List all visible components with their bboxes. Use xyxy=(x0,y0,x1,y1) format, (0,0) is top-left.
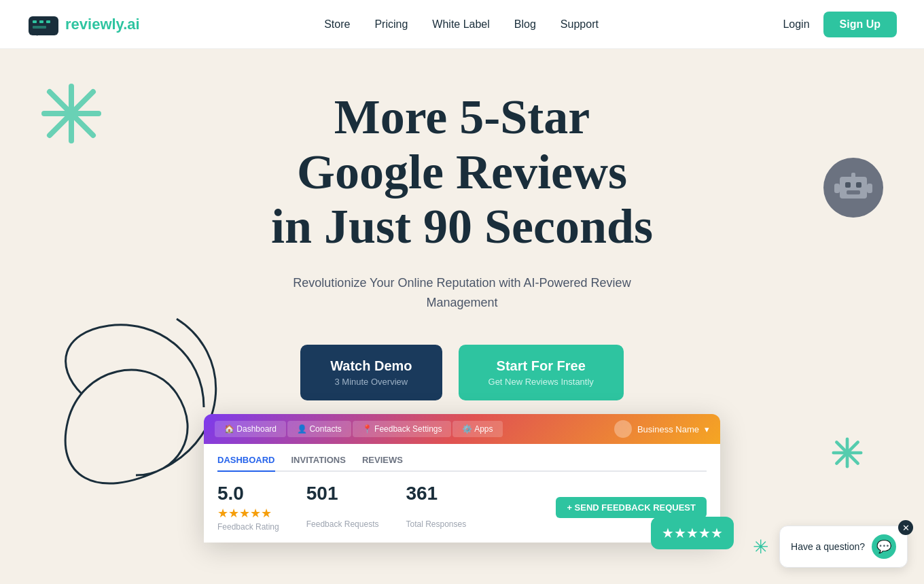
navbar: reviewly.ai Store Pricing White Label Bl… xyxy=(0,0,924,49)
dashboard-preview-wrapper: 🏠 Dashboard 👤 Contacts 📍 Feedback Settin… xyxy=(204,414,720,543)
hero-heading: More 5-Star Google Reviews in Just 90 Se… xyxy=(271,90,653,254)
dashboard-user-label: Business Name xyxy=(637,424,699,434)
chat-bubble-widget[interactable]: Have a question? 💬 xyxy=(779,526,908,568)
nav-support[interactable]: Support xyxy=(561,18,599,31)
hero-cta-buttons: Watch Demo 3 Minute Overview Start For F… xyxy=(300,345,624,400)
logo-text: reviewly.ai xyxy=(65,16,140,33)
stat-feedback-rating: 5.0 ★★★★★ Feedback Rating xyxy=(217,483,279,532)
stat-total-responses-label: Total Responses xyxy=(406,519,466,529)
login-link[interactable]: Login xyxy=(783,18,809,31)
watch-demo-label: Watch Demo xyxy=(330,358,412,374)
nav-pricing[interactable]: Pricing xyxy=(374,18,408,31)
start-free-label: Start For Free xyxy=(497,358,586,374)
chat-question-text: Have a question? xyxy=(791,541,865,552)
svg-rect-3 xyxy=(46,20,50,23)
svg-rect-10 xyxy=(845,182,851,188)
svg-rect-15 xyxy=(867,184,872,193)
dashboard-tab-contacts[interactable]: 👤 Contacts xyxy=(287,421,351,437)
chat-bubble-overlay: ★★★★★ xyxy=(651,517,734,549)
chat-widget-row: ✳ ✕ Have a question? 💬 xyxy=(753,526,908,568)
nav-actions: Login Sign Up xyxy=(783,12,897,37)
chat-bubble-stars: ★★★★★ xyxy=(662,525,723,541)
dashboard-user: Business Name ▾ xyxy=(614,420,709,438)
hero-subheading: Revolutionize Your Online Reputation wit… xyxy=(258,273,666,313)
svg-rect-9 xyxy=(840,177,867,199)
stat-total-responses: 361 Total Responses xyxy=(406,483,466,529)
svg-rect-13 xyxy=(851,173,855,178)
svg-rect-14 xyxy=(834,184,840,193)
svg-rect-11 xyxy=(856,182,861,188)
dashboard-body: DASHBOARD INVITATIONS REVIEWS 5.0 ★★★★★ … xyxy=(204,444,720,543)
stat-feedback-requests-label: Feedback Requests xyxy=(306,519,379,529)
sub-tab-dashboard[interactable]: DASHBOARD xyxy=(217,455,275,472)
dashboard-tab-apps[interactable]: ⚙️ Apps xyxy=(452,421,502,437)
dashboard-stats: 5.0 ★★★★★ Feedback Rating 501 Feedback R… xyxy=(217,483,466,532)
dashboard-nav-tabs: 🏠 Dashboard 👤 Contacts 📍 Feedback Settin… xyxy=(215,421,503,437)
svg-rect-12 xyxy=(847,190,860,194)
dashboard-stats-row: 5.0 ★★★★★ Feedback Rating 501 Feedback R… xyxy=(217,483,707,532)
robot-decoration xyxy=(823,158,883,218)
nav-blog[interactable]: Blog xyxy=(514,18,536,31)
sub-tab-invitations[interactable]: INVITATIONS xyxy=(291,455,346,470)
nav-links: Store Pricing White Label Blog Support xyxy=(324,18,599,31)
stat-feedback-requests: 501 Feedback Requests xyxy=(306,483,379,529)
dashboard-avatar xyxy=(614,420,632,438)
stat-feedback-rating-stars: ★★★★★ xyxy=(217,506,279,521)
send-feedback-request-button[interactable]: + SEND FEEDBACK REQUEST xyxy=(556,497,707,518)
start-free-sub: Get New Reviews Instantly xyxy=(488,377,594,387)
stat-feedback-requests-value: 501 xyxy=(306,483,379,504)
dashboard-tab-dashboard[interactable]: 🏠 Dashboard xyxy=(215,421,286,437)
logo[interactable]: reviewly.ai xyxy=(27,11,140,38)
stat-feedback-rating-label: Feedback Rating xyxy=(217,522,279,532)
dashboard-sub-tabs: DASHBOARD INVITATIONS REVIEWS xyxy=(217,455,707,472)
nav-store[interactable]: Store xyxy=(324,18,350,31)
start-free-button[interactable]: Start For Free Get New Reviews Instantly xyxy=(459,345,624,400)
svg-rect-4 xyxy=(33,26,46,29)
svg-rect-2 xyxy=(39,20,43,23)
logo-icon xyxy=(27,11,60,38)
asterisk-decoration-br xyxy=(832,437,863,468)
chat-asterisk-icon: ✳ xyxy=(753,536,768,558)
chat-bubble-wrapper: ✕ Have a question? 💬 xyxy=(779,526,908,568)
asterisk-decoration-tl xyxy=(41,83,102,144)
dashboard-preview: 🏠 Dashboard 👤 Contacts 📍 Feedback Settin… xyxy=(204,414,720,543)
watch-demo-sub: 3 Minute Overview xyxy=(334,377,408,387)
chat-widget-icon: 💬 xyxy=(872,534,896,559)
svg-rect-1 xyxy=(33,20,37,23)
nav-whitelabel[interactable]: White Label xyxy=(432,18,490,31)
chat-widget: ✳ ✕ Have a question? 💬 xyxy=(753,526,908,568)
stat-total-responses-value: 361 xyxy=(406,483,466,504)
dashboard-tab-feedback[interactable]: 📍 Feedback Settings xyxy=(353,421,452,437)
dashboard-topbar: 🏠 Dashboard 👤 Contacts 📍 Feedback Settin… xyxy=(204,414,720,444)
stat-feedback-rating-value: 5.0 xyxy=(217,483,279,504)
hero-section: More 5-Star Google Reviews in Just 90 Se… xyxy=(0,49,924,584)
signup-button[interactable]: Sign Up xyxy=(823,12,897,37)
chat-close-button[interactable]: ✕ xyxy=(898,520,913,535)
watch-demo-button[interactable]: Watch Demo 3 Minute Overview xyxy=(300,345,442,400)
sub-tab-reviews[interactable]: REVIEWS xyxy=(362,455,403,470)
